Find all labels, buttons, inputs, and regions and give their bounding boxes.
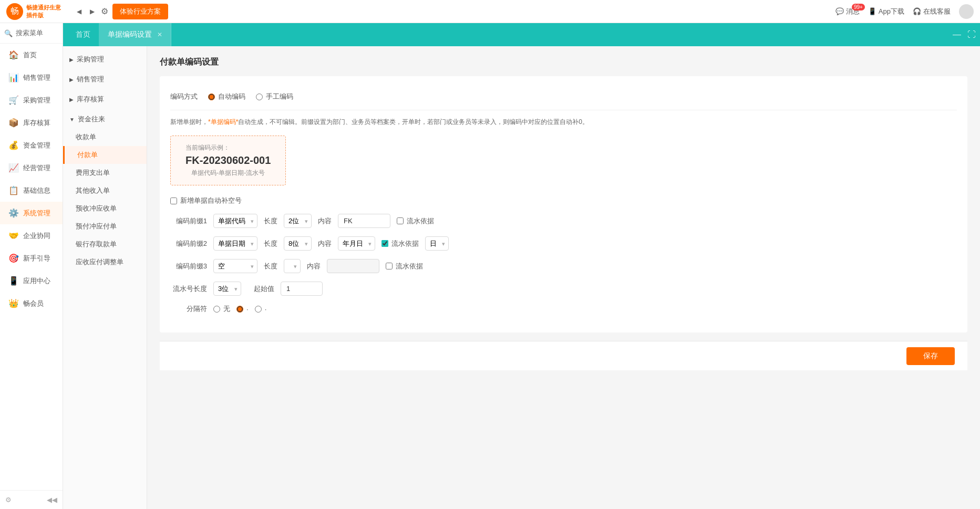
sidebar-item-operations[interactable]: 📈 经营管理 — [0, 157, 63, 179]
auto-fill-checkbox[interactable] — [170, 198, 177, 204]
sidebar-search[interactable]: 🔍 搜索菜单 — [0, 23, 63, 44]
prefix3-length-select[interactable] — [284, 259, 301, 273]
tab-close-icon[interactable]: ✕ — [157, 31, 162, 38]
prefix3-content-label: 内容 — [307, 262, 321, 271]
preview-box: 当前编码示例： FK-20230602-001 单据代码-单据日期-流水号 — [170, 136, 286, 185]
sub-item-prepay-pay[interactable]: 预付冲应付单 — [63, 217, 147, 235]
sidebar-item-sales[interactable]: 📊 销售管理 — [0, 66, 63, 89]
tab-encoding[interactable]: 单据编码设置 ✕ — [99, 23, 171, 46]
sub-item-adjust[interactable]: 应收应付调整单 — [63, 253, 147, 271]
save-button[interactable]: 保存 — [906, 347, 955, 365]
chevron-right-icon: ▶ — [69, 97, 74, 102]
prefix1-select-wrap: 单据代码 部门 业务员 — [213, 214, 257, 228]
info-text: 新增单据时，*单据编码*自动生成，不可编辑。前缀设置为部门、业务员等档案类，开单… — [170, 117, 957, 127]
prefix3-row: 编码前缀3 空 单据代码 部门 长度 — [170, 259, 957, 273]
preview-label: 当前编码示例： — [185, 143, 271, 152]
auto-fill-label[interactable]: 新增单据自动补空号 — [180, 196, 242, 205]
prefix2-content-select[interactable]: 年月日 年月 年 — [338, 236, 375, 251]
sub-sidebar: ▶ 采购管理 ▶ 销售管理 ▶ 库存核算 — [63, 46, 147, 509]
sub-item-bank-deposit[interactable]: 银行存取款单 — [63, 235, 147, 253]
sidebar-settings-icon[interactable]: ⚙ — [5, 496, 12, 504]
prefix1-content-label: 内容 — [318, 216, 332, 226]
sub-group-inventory-title[interactable]: ▶ 库存核算 — [63, 90, 147, 108]
sub-group-fund: ▼ 资金往来 收款单 付款单 费用支出单 其他收入单 预收冲应收单 预付冲应付单… — [63, 110, 147, 271]
prefix2-row: 编码前缀2 单据日期 单据代码 长度 8位 6位 — [170, 236, 957, 251]
main-area: 首页 单据编码设置 ✕ — ⛶ ▶ 采购管理 — [63, 23, 980, 509]
preview-desc: 单据代码-单据日期-流水号 — [185, 169, 271, 178]
chevron-down-icon: ▼ — [69, 117, 75, 122]
avatar[interactable] — [959, 4, 974, 19]
tab-bar: 首页 单据编码设置 ✕ — ⛶ — [63, 23, 980, 46]
separator-dash-radio[interactable]: · — [236, 305, 249, 313]
prefix2-length-select[interactable]: 8位 6位 4位 — [284, 236, 312, 251]
tab-home[interactable]: 首页 — [67, 23, 99, 46]
prefix2-period-wrap: 日 月 年 — [425, 236, 449, 251]
prefix3-select[interactable]: 空 单据代码 部门 — [213, 259, 257, 273]
serial-length-select[interactable]: 3位 4位 5位 — [213, 282, 241, 296]
sub-group-inventory: ▶ 库存核算 — [63, 90, 147, 108]
sidebar-collapse-icon[interactable]: ◀◀ — [47, 496, 57, 504]
system-icon: ⚙️ — [8, 208, 19, 218]
top-bar: 畅 畅捷通好生意 插件版 ◀ ▶ ⚙ 体验行业方案 💬 消息 99+ 📱 App… — [0, 0, 980, 23]
prefix2-stream-checkbox[interactable] — [381, 240, 388, 247]
prefix3-stream-checkbox[interactable] — [386, 263, 393, 269]
service-btn[interactable]: 🎧 在线客服 — [913, 7, 951, 16]
message-badge: 99+ — [852, 4, 865, 11]
prefix1-length-select[interactable]: 2位 3位 4位 — [284, 214, 312, 228]
prefix2-select[interactable]: 单据日期 单据代码 — [213, 236, 257, 251]
prefix3-content-input[interactable] — [327, 259, 379, 273]
sidebar-bottom: ⚙ ◀◀ — [0, 490, 63, 509]
separator-dot-radio[interactable]: · — [255, 305, 267, 313]
sidebar-item-newguide[interactable]: 🎯 新手引导 — [0, 247, 63, 269]
sub-group-sales: ▶ 销售管理 — [63, 70, 147, 88]
separator-none-radio[interactable]: 无 — [213, 304, 230, 314]
search-icon: 🔍 — [4, 29, 13, 37]
separator-row: 分隔符 无 · · — [170, 304, 957, 314]
sidebar-item-home[interactable]: 🏠 首页 — [0, 44, 63, 66]
sub-group-purchase-title[interactable]: ▶ 采购管理 — [63, 50, 147, 68]
tab-maximize-icon[interactable]: ⛶ — [967, 30, 976, 39]
prefix3-length-label: 长度 — [264, 262, 277, 271]
trial-button[interactable]: 体验行业方案 — [112, 4, 168, 19]
prefix1-stream-checkbox[interactable] — [397, 217, 404, 224]
purchase-icon: 🛒 — [8, 95, 19, 105]
serial-start-input[interactable] — [281, 282, 323, 296]
sidebar-item-system[interactable]: ⚙️ 系统管理 — [0, 202, 63, 224]
message-btn[interactable]: 💬 消息 99+ — [835, 7, 860, 16]
prefix3-stream-label: 流水依据 — [396, 262, 423, 271]
sidebar-item-member[interactable]: 👑 畅会员 — [0, 292, 63, 315]
sidebar-item-basic[interactable]: 📋 基础信息 — [0, 179, 63, 202]
content-area: ▶ 采购管理 ▶ 销售管理 ▶ 库存核算 — [63, 46, 980, 509]
sidebar-item-finance[interactable]: 💰 资金管理 — [0, 134, 63, 157]
prefix2-label: 编码前缀2 — [170, 239, 207, 248]
sub-group-sales-title[interactable]: ▶ 销售管理 — [63, 70, 147, 88]
sub-item-prepay-receive[interactable]: 预收冲应收单 — [63, 200, 147, 217]
nav-back-icon[interactable]: ◀ — [75, 6, 84, 17]
sub-group-fund-title[interactable]: ▼ 资金往来 — [63, 110, 147, 128]
sidebar-item-purchase[interactable]: 🛒 采购管理 — [0, 89, 63, 111]
prefix2-length-label: 长度 — [264, 239, 277, 248]
preview-code: FK-20230602-001 — [185, 154, 271, 167]
prefix1-content-input[interactable] — [338, 214, 390, 228]
auto-encode-radio[interactable]: 自动编码 — [208, 92, 245, 101]
headset-icon: 🎧 — [913, 7, 921, 15]
page-content: 付款单编码设置 编码方式 自动编码 手工编码 — [147, 46, 980, 509]
sub-item-payment[interactable]: 付款单 — [63, 146, 147, 164]
sub-item-receipt[interactable]: 收款单 — [63, 128, 147, 146]
sidebar-item-apps[interactable]: 📱 应用中心 — [0, 269, 63, 292]
sidebar-item-inventory[interactable]: 📦 库存核算 — [0, 111, 63, 134]
tab-minimize-icon[interactable]: — — [953, 30, 961, 39]
finance-icon: 💰 — [8, 140, 19, 150]
prefix2-period-select[interactable]: 日 月 年 — [425, 236, 449, 251]
settings-icon[interactable]: ⚙ — [101, 6, 108, 16]
download-btn[interactable]: 📱 App下载 — [868, 7, 904, 16]
prefix1-select[interactable]: 单据代码 部门 业务员 — [213, 214, 257, 228]
prefix1-stream-check: 流水依据 — [397, 216, 434, 226]
manual-encode-radio[interactable]: 手工编码 — [256, 92, 293, 101]
basic-icon: 📋 — [8, 185, 19, 195]
sub-item-expense[interactable]: 费用支出单 — [63, 164, 147, 182]
sub-item-other-income[interactable]: 其他收入单 — [63, 182, 147, 200]
nav-forward-icon[interactable]: ▶ — [88, 6, 97, 17]
chevron-right-icon: ▶ — [69, 57, 74, 63]
sidebar-item-collab[interactable]: 🤝 企业协同 — [0, 224, 63, 247]
